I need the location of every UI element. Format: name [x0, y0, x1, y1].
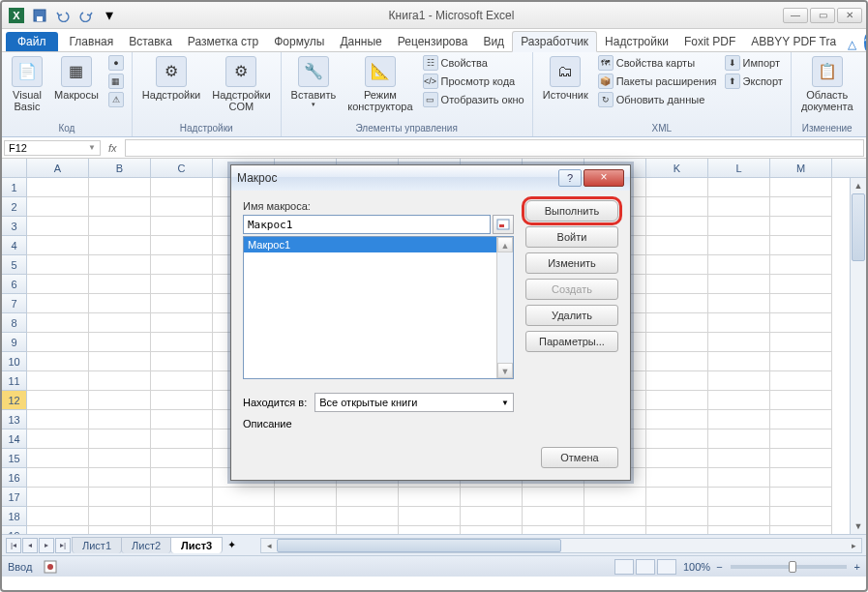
macro-list-item[interactable]: Макрос1: [244, 237, 513, 252]
delete-button[interactable]: Удалить: [525, 305, 618, 326]
dialog-titlebar[interactable]: Макрос ? ×: [231, 165, 630, 191]
dialog-close-button[interactable]: ×: [584, 169, 624, 187]
macro-dialog: Макрос ? × Имя макроса: Макрос1 ▲ ▼: [230, 164, 631, 481]
macro-location-label: Находится в:: [243, 397, 307, 408]
options-button[interactable]: Параметры...: [525, 331, 618, 352]
list-scroll-up-icon[interactable]: ▲: [497, 237, 513, 252]
tab-developer[interactable]: Разработчик: [512, 31, 597, 52]
list-scrollbar[interactable]: ▲ ▼: [496, 237, 513, 378]
run-button[interactable]: Выполнить: [525, 200, 618, 222]
edit-button[interactable]: Изменить: [525, 252, 618, 274]
svg-rect-7: [499, 224, 504, 227]
macro-name-input[interactable]: [243, 215, 491, 234]
macro-location-select[interactable]: Все открытые книги▼: [314, 393, 514, 412]
dialog-title: Макрос: [237, 171, 558, 185]
collapse-dialog-icon[interactable]: [493, 215, 514, 234]
create-button[interactable]: Создать: [525, 279, 618, 300]
cancel-button[interactable]: Отмена: [541, 447, 618, 468]
list-scroll-down-icon[interactable]: ▼: [497, 363, 513, 378]
dialog-help-button[interactable]: ?: [558, 169, 582, 187]
dropdown-icon: ▼: [501, 399, 509, 407]
macro-listbox[interactable]: Макрос1 ▲ ▼: [243, 236, 514, 379]
macro-description-label: Описание: [243, 418, 514, 429]
dialog-overlay: Макрос ? × Имя макроса: Макрос1 ▲ ▼: [2, 2, 866, 590]
step-into-button[interactable]: Войти: [525, 226, 618, 248]
macro-name-label: Имя макроса:: [243, 200, 514, 212]
